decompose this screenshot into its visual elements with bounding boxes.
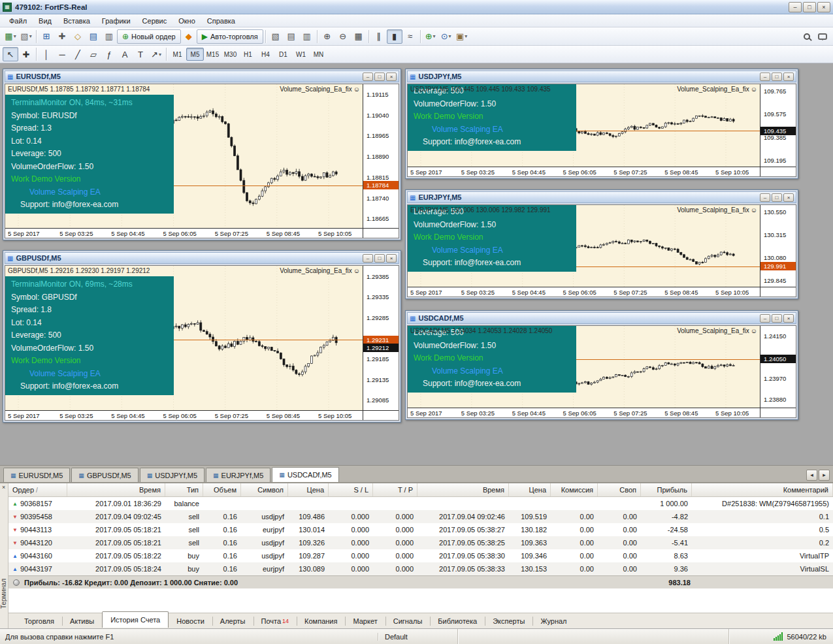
price-axis[interactable]: 1.241501.239701.238801.24050 (760, 326, 796, 408)
time-axis[interactable]: 5 Sep 20175 Sep 03:255 Sep 04:455 Sep 06… (408, 287, 760, 297)
column-header-time-close[interactable]: Время (417, 483, 509, 496)
time-axis[interactable]: 5 Sep 20175 Sep 03:255 Sep 04:455 Sep 06… (5, 410, 363, 420)
column-header-volume[interactable]: Объем (203, 483, 241, 496)
text-label-button[interactable]: T (133, 47, 148, 61)
chart-plot[interactable]: TerminalMonitor ON, 69ms, ~28msSymbol: G… (5, 266, 363, 410)
terminal-close-icon[interactable]: × (2, 484, 5, 491)
chart-close-button[interactable]: × (783, 193, 794, 202)
tile-vertically-button[interactable]: ▥ (299, 29, 315, 44)
timeframe-h1[interactable]: H1 (239, 48, 257, 61)
chart-tab-usdjpy[interactable]: ▦USDJPYf,M5 (140, 468, 204, 482)
column-header-profit[interactable]: Прибыль (641, 483, 692, 496)
price-axis[interactable]: 109.765109.575109.385109.195109.435 (760, 84, 796, 167)
chart-plot[interactable]: TerminalMonitor ON, 84ms, ~31msSymbol: E… (5, 84, 363, 228)
templates-button[interactable]: ▣▾ (454, 29, 470, 44)
chart-titlebar[interactable]: ▦GBPUSDf,M5–□× (5, 252, 399, 264)
strategy-tester-button[interactable]: ▥ (101, 29, 117, 44)
periods-button[interactable]: ⊙▾ (438, 29, 454, 44)
column-header-symbol[interactable]: Символ (241, 483, 288, 496)
timeframe-m30[interactable]: M30 (221, 48, 239, 61)
history-row[interactable]: ▲904431602017.09.05 05:18:22buy0.16usdjp… (8, 549, 833, 562)
history-row[interactable]: ▲904431972017.09.05 05:18:24buy0.16eurjp… (8, 562, 833, 575)
new-order-button[interactable]: ⊕Новый ордер (117, 29, 181, 44)
cascade-windows-button[interactable]: ▧ (268, 29, 284, 44)
chart-restore-button[interactable]: □ (374, 254, 385, 263)
chart-close-button[interactable]: × (783, 314, 794, 323)
metaeditor-button[interactable]: ◆ (181, 29, 197, 44)
chart-plot[interactable]: Leverage: 500VolumeOrderFlow: 1.50Work D… (408, 205, 760, 287)
bar-chart-button[interactable]: ∥ (371, 29, 387, 44)
timeframe-h4[interactable]: H4 (257, 48, 274, 61)
history-row[interactable]: ▲903681572017.09.01 18:36:29balance1 000… (8, 497, 833, 510)
chart-tab-eurjpy[interactable]: ▦EURJPYf,M5 (206, 468, 270, 482)
column-header-type[interactable]: Тип (165, 483, 203, 496)
menu-item-view[interactable]: Вид (33, 16, 57, 26)
candlestick-button[interactable]: ▮ (387, 29, 402, 44)
time-axis[interactable]: 5 Sep 20175 Sep 03:255 Sep 04:455 Sep 06… (5, 228, 363, 238)
vertical-line-button[interactable]: │ (39, 47, 54, 61)
menu-item-file[interactable]: Файл (3, 16, 33, 26)
chart-minimize-button[interactable]: – (363, 254, 373, 263)
price-axis[interactable]: 1.293851.293351.292851.292351.291851.291… (363, 266, 399, 410)
menu-item-insert[interactable]: Вставка (57, 16, 96, 26)
column-header-order[interactable]: Ордер/ (8, 483, 67, 496)
chat-button[interactable] (815, 29, 830, 44)
column-header-commission[interactable]: Комиссия (551, 483, 598, 496)
timeframe-m15[interactable]: M15 (204, 48, 221, 61)
chart-tab-eurusd[interactable]: ▦EURUSDf,M5 (3, 468, 70, 482)
ea-smiley-icon[interactable]: ☺ (751, 206, 757, 214)
chart-titlebar[interactable]: ▦EURUSDf,M5–□× (5, 71, 399, 82)
text-button[interactable]: A (117, 47, 133, 61)
terminal-tab-signals[interactable]: Сигналы (385, 614, 431, 628)
chart-minimize-button[interactable]: – (760, 193, 770, 202)
line-chart-button[interactable]: ≈ (402, 29, 418, 44)
trendline-button[interactable]: ╱ (70, 47, 86, 61)
column-header-price-close[interactable]: Цена (509, 483, 551, 496)
column-header-tp[interactable]: T / P (373, 483, 417, 496)
terminal-tab-company[interactable]: Компания (297, 614, 345, 628)
ea-smiley-icon[interactable]: ☺ (353, 267, 360, 274)
price-axis[interactable]: 130.550130.315130.080129.845129.991 (760, 205, 796, 287)
market-watch-button[interactable]: ⊞ (39, 29, 54, 44)
close-button[interactable]: × (817, 2, 830, 12)
chart-titlebar[interactable]: ▦EURJPYf,M5–□× (407, 191, 796, 203)
terminal-tab-journal[interactable]: Журнал (532, 614, 574, 628)
chart-titlebar[interactable]: ▦USDJPYf,M5–□× (407, 71, 796, 82)
timeframe-d1[interactable]: D1 (274, 48, 292, 61)
terminal-tab-alerts[interactable]: Алерты (212, 614, 253, 628)
column-header-swap[interactable]: Своп (598, 483, 641, 496)
tile-horizontally-button[interactable]: ▤ (284, 29, 299, 44)
profiles-button[interactable]: ▧▾ (18, 29, 34, 44)
find-symbol-button[interactable] (799, 29, 815, 44)
chart-minimize-button[interactable]: – (760, 314, 770, 323)
zoom-out-button[interactable]: ⊖ (335, 29, 351, 44)
chart-minimize-button[interactable]: – (363, 72, 373, 81)
horizontal-line-button[interactable]: ─ (54, 47, 70, 61)
arrows-button[interactable]: ↗▾ (148, 47, 164, 61)
time-axis[interactable]: 5 Sep 20175 Sep 03:255 Sep 04:455 Sep 06… (408, 408, 760, 417)
column-header-price-open[interactable]: Цена (288, 483, 329, 496)
price-axis[interactable]: 1.191151.190401.189651.188901.188151.187… (363, 84, 399, 228)
ea-smiley-icon[interactable]: ☺ (751, 86, 757, 93)
terminal-button[interactable]: ▤ (86, 29, 101, 44)
menu-item-window[interactable]: Окно (172, 16, 201, 26)
data-window-button[interactable]: ✚ (54, 29, 70, 44)
terminal-tab-assets[interactable]: Активы (62, 614, 102, 628)
timeframe-mn[interactable]: MN (310, 48, 327, 61)
chart-restore-button[interactable]: □ (374, 72, 385, 81)
chart-restore-button[interactable]: □ (772, 314, 782, 323)
tab-scroll-left-button[interactable]: ◂ (806, 470, 817, 481)
chart-close-button[interactable]: × (783, 72, 794, 81)
ea-smiley-icon[interactable]: ☺ (353, 86, 360, 93)
tab-scroll-right-button[interactable]: ▸ (819, 470, 830, 481)
terminal-tab-market[interactable]: Маркет (345, 614, 385, 628)
autotrading-button[interactable]: ▶Авто-торговля (197, 29, 263, 44)
history-row[interactable]: ▼903954582017.09.04 09:02:45sell0.16usdj… (8, 510, 833, 523)
menu-item-tools[interactable]: Сервис (137, 16, 173, 26)
menu-item-help[interactable]: Справка (201, 16, 241, 26)
navigator-button[interactable]: ◇ (70, 29, 86, 44)
terminal-tab-news[interactable]: Новости (169, 614, 212, 628)
chart-plot[interactable]: Leverage: 500VolumeOrderFlow: 1.50Work D… (408, 326, 760, 408)
chart-titlebar[interactable]: ▦USDCADf,M5–□× (407, 312, 796, 324)
ea-smiley-icon[interactable]: ☺ (751, 327, 757, 334)
